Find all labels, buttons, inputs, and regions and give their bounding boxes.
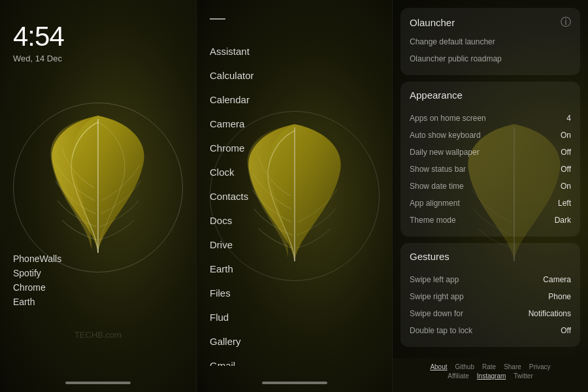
lock-app-2[interactable]: Chrome (13, 282, 61, 293)
footer-rate[interactable]: Rate (482, 363, 496, 370)
appearance-item-4[interactable]: Show date time On (410, 178, 571, 195)
footer-twitter[interactable]: Twitter (514, 372, 532, 380)
olauncher-label-0: Change default launcher (410, 37, 495, 46)
app-list: Assistant Calculator Calendar Camera Chr… (197, 39, 392, 366)
footer-github[interactable]: Github (455, 363, 474, 370)
gesture-item-2[interactable]: Swipe down for Notifications (410, 305, 571, 322)
app-item-2[interactable]: Calendar (210, 88, 379, 112)
settings-panel: Olauncher ⓘ Change default launcher Olau… (392, 0, 588, 392)
gesture-value-0: Camera (543, 275, 571, 284)
appearance-title: Appearance (410, 90, 463, 101)
footer-row-1: About Github Rate Share Privacy (393, 363, 588, 370)
appearance-value-6: Dark (555, 216, 571, 225)
feather-image (13, 103, 183, 272)
gesture-label-2: Swipe down for (410, 309, 463, 318)
footer-share[interactable]: Share (504, 363, 521, 370)
app-item-4[interactable]: Chrome (210, 136, 379, 160)
appearance-item-6[interactable]: Theme mode Dark (410, 212, 571, 229)
gestures-title: Gestures (410, 251, 449, 262)
app-item-6[interactable]: Contacts (210, 184, 379, 208)
footer-privacy[interactable]: Privacy (529, 363, 551, 370)
app-item-9[interactable]: Earth (210, 257, 379, 281)
gesture-item-3[interactable]: Double tap to lock Off (410, 322, 571, 339)
appearance-item-0[interactable]: Apps on home screen 4 (410, 110, 571, 127)
lock-app-3[interactable]: Earth (13, 297, 61, 307)
drawer-handle[interactable] (210, 18, 225, 20)
lock-date: Wed, 14 Dec (13, 54, 62, 63)
gesture-label-0: Swipe left app (410, 275, 459, 284)
appearance-label-2: Daily new wallpaper (410, 148, 480, 157)
appearance-value-0: 4 (566, 114, 571, 123)
olauncher-card: Olauncher ⓘ Change default launcher Olau… (400, 8, 580, 75)
settings-footer: About Github Rate Share Privacy Affiliat… (393, 358, 588, 392)
appearance-item-1[interactable]: Auto show keyboard On (410, 127, 571, 144)
lock-screen-panel: 4:54 Wed, 14 Dec PhoneWalls Spotify Chro… (0, 0, 196, 392)
appearance-value-3: Off (561, 165, 571, 174)
gesture-value-2: Notifications (529, 309, 571, 318)
gesture-value-3: Off (561, 326, 571, 335)
olauncher-item-1[interactable]: Olauncher public roadmap (410, 50, 571, 67)
olauncher-header: Olauncher ⓘ (410, 16, 571, 29)
footer-about[interactable]: About (430, 363, 447, 370)
app-item-12[interactable]: Gallery (210, 329, 379, 353)
olauncher-label-1: Olauncher public roadmap (410, 54, 502, 63)
appearance-value-5: Left (558, 199, 571, 208)
appearance-item-3[interactable]: Show status bar Off (410, 161, 571, 178)
lock-time: 4:54 (13, 21, 64, 52)
app-item-10[interactable]: Files (210, 281, 379, 305)
olauncher-title: Olauncher (410, 17, 455, 28)
settings-scroll[interactable]: Olauncher ⓘ Change default launcher Olau… (393, 0, 588, 392)
appearance-value-1: On (561, 131, 571, 140)
lock-apps-list: PhoneWalls Spotify Chrome Earth (13, 253, 61, 307)
footer-affiliate[interactable]: Affiliate (448, 372, 469, 380)
gesture-item-0[interactable]: Swipe left app Camera (410, 271, 571, 288)
olauncher-item-0[interactable]: Change default launcher (410, 33, 571, 50)
app-item-5[interactable]: Clock (210, 160, 379, 184)
app-item-3[interactable]: Camera (210, 112, 379, 136)
footer-row-2: Affiliate Instagram Twitter (393, 372, 588, 380)
gesture-label-1: Swipe right app (410, 292, 464, 301)
appearance-header: Appearance (410, 90, 571, 106)
lock-app-0[interactable]: PhoneWalls (13, 253, 61, 264)
app-item-13[interactable]: Gmail (210, 353, 379, 366)
appearance-value-2: Off (561, 148, 571, 157)
appearance-card: Appearance Apps on home screen 4 Auto sh… (400, 82, 580, 237)
appearance-label-4: Show date time (410, 182, 464, 191)
gesture-label-3: Double tap to lock (410, 326, 472, 335)
app-item-7[interactable]: Docs (210, 208, 379, 233)
lock-watermark: TECHB.com (74, 330, 122, 340)
lock-app-1[interactable]: Spotify (13, 268, 61, 278)
app-item-11[interactable]: Flud (210, 305, 379, 329)
gestures-card: Gestures Swipe left app Camera Swipe rig… (400, 243, 580, 347)
appearance-item-5[interactable]: App alignment Left (410, 195, 571, 212)
app-item-8[interactable]: Drive (210, 233, 379, 257)
info-icon[interactable]: ⓘ (561, 16, 571, 29)
appearance-label-3: Show status bar (410, 165, 466, 174)
appearance-value-4: On (561, 182, 571, 191)
drawer-home-bar[interactable] (262, 382, 327, 384)
footer-instagram[interactable]: Instagram (477, 372, 506, 380)
app-drawer-panel: Assistant Calculator Calendar Camera Chr… (196, 0, 392, 392)
appearance-item-2[interactable]: Daily new wallpaper Off (410, 144, 571, 161)
appearance-label-6: Theme mode (410, 216, 456, 225)
gesture-value-1: Phone (548, 292, 571, 301)
lock-home-bar[interactable] (65, 382, 131, 384)
app-item-1[interactable]: Calculator (210, 63, 379, 88)
gesture-item-1[interactable]: Swipe right app Phone (410, 288, 571, 305)
appearance-label-0: Apps on home screen (410, 114, 486, 123)
appearance-label-1: Auto show keyboard (410, 131, 481, 140)
appearance-label-5: App alignment (410, 199, 460, 208)
gestures-header: Gestures (410, 251, 571, 267)
app-item-0[interactable]: Assistant (210, 39, 379, 63)
